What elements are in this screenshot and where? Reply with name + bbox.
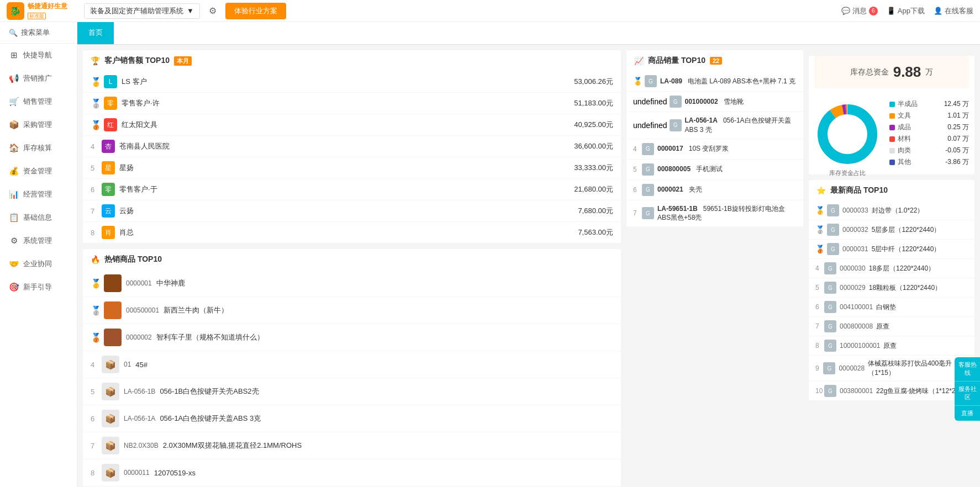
product-info: LA-089 电池盖 LA-089 ABS本色+黑种 7.1 克 [660, 77, 797, 86]
customer-amount: 33,333.00元 [574, 163, 613, 173]
sidebar-item-finance[interactable]: 💰资金管理 [0, 160, 77, 183]
product-icon: G [824, 301, 836, 313]
right-panel: 库存总资金 9.88 万 [809, 50, 974, 487]
product-icon: G [645, 75, 657, 87]
sidebar-item-basic[interactable]: 📋基础信息 [0, 206, 77, 229]
product-name: 原查 [876, 322, 889, 331]
legend-item: 半成品 12.45 万 [889, 99, 969, 109]
avatar: 云 [102, 204, 115, 218]
search-menu[interactable]: 🔍 搜索菜单 [0, 22, 77, 44]
list-item: 6 G 004100001 白钢垫 [809, 298, 974, 317]
product-code: 01 [124, 361, 131, 368]
medal-icon: undefined [633, 97, 667, 106]
message-action[interactable]: 💬 消息 6 [841, 6, 878, 16]
medal-icon: undefined [633, 121, 667, 130]
list-item: 9 G 0000028 体械荔枝味苏打饮品400毫升（1*15） [809, 356, 974, 382]
sidebar-item-quick-nav[interactable]: ⊞快捷导航 [0, 44, 77, 67]
product-name: 18颗粒板（1220*2440） [869, 283, 941, 293]
hot-products-section: 🔥 热销商品 TOP10 🥇 0000001 中华神鹿 🥈 000500001 … [83, 249, 621, 487]
rank-number: 5 [91, 164, 102, 172]
sidebar: 🔍 搜索菜单 ⊞快捷导航📢营销推广🛒销售管理📦采购管理🏠库存核算💰资金管理📊经营… [0, 22, 77, 487]
message-icon: 💬 [841, 7, 850, 15]
product-info: 000800005 手机测试 [657, 165, 797, 174]
product-code: 0000033 [842, 207, 868, 214]
sidebar-item-inventory[interactable]: 🏠库存核算 [0, 136, 77, 160]
product-image [104, 329, 122, 346]
legend-item: 材料 0.07 万 [889, 134, 969, 144]
product-name: 2.0X30MM双搓花轴,搓花直径2.1MM/ROHS [163, 441, 302, 451]
customer-amount: 51,183.00元 [574, 98, 613, 108]
latest-products-section: ⭐ 最新商品 TOP10 🥇 G 0000033 封边带（1.0*22） 🥈 G… [809, 180, 974, 401]
cs-hotline-btn[interactable]: 客服热线 [955, 357, 980, 382]
product-code: 000800008 [840, 322, 873, 330]
topbar-middle: 装备及固定资产辅助管理系统 ▼ ⚙ 体验行业方案 [84, 3, 841, 19]
sidebar-icon-marketing: 📢 [9, 73, 19, 83]
trial-button[interactable]: 体验行业方案 [225, 3, 286, 19]
legend-name: 肉类 [898, 146, 945, 155]
sidebar-icon-system: ⚙ [9, 236, 19, 246]
list-item: undefined G LA-056-1A 056-1A白色按键开关盖ABS 3… [626, 112, 803, 139]
list-item: 🥈 G 0000032 5层多层（1220*2440） [809, 220, 974, 240]
product-icon: 📦 [102, 437, 119, 454]
avatar: 杏 [102, 140, 115, 153]
inventory-total-unit: 万 [925, 67, 933, 77]
list-item: 5 📦 LA-056-1B 056-1B白色按键开关壳ABS2壳 [83, 378, 621, 405]
product-code: 0000001 [126, 279, 152, 287]
cs-live-btn[interactable]: 直播 [955, 406, 980, 421]
sidebar-icon-basic: 📋 [9, 213, 19, 223]
sidebar-item-system[interactable]: ⚙系统管理 [0, 229, 77, 252]
sidebar-item-purchase[interactable]: 📦采购管理 [0, 113, 77, 136]
sidebar-item-guide[interactable]: 🎯新手引导 [0, 276, 77, 299]
table-row: 6 零 零售客户·于 21,680.00元 [83, 179, 621, 200]
sidebar-item-corp[interactable]: 🤝企业协同 [0, 252, 77, 276]
legend-dot [889, 102, 895, 107]
tab-home[interactable]: 首页 [77, 22, 114, 44]
brand: 🐉 畅捷通好生意 标准版 [7, 2, 84, 20]
chart-icon: 📈 [634, 56, 644, 65]
sidebar-item-sales[interactable]: 🛒销售管理 [0, 90, 77, 113]
list-item: 🥇 G LA-089 电池盖 LA-089 ABS本色+黑种 7.1 克 [626, 71, 803, 92]
rank-number: 7 [91, 207, 102, 215]
medal-icon: 🥇 [633, 77, 642, 86]
product-sales-header: 📈 商品销量 TOP10 22 [626, 50, 803, 71]
medal-icon: 🥇 [91, 278, 102, 289]
rank-number: 8 [91, 229, 102, 237]
gear-button[interactable]: ⚙ [204, 3, 221, 19]
customer-amount: 40,925.00元 [574, 120, 613, 130]
legend-value: 12.45 万 [944, 99, 969, 109]
product-name: 5层多层（1220*2440） [872, 225, 941, 235]
app-download-action[interactable]: 📱 App下载 [887, 6, 925, 16]
list-item: 🥇 G 0000033 封边带（1.0*22） [809, 201, 974, 220]
online-service-action[interactable]: 👤 在线客服 [934, 6, 973, 16]
product-name: 原查 [883, 341, 897, 351]
rank-number: 7 [815, 322, 824, 330]
legend-value: -0.05 万 [945, 146, 969, 155]
legend-dot [889, 113, 895, 119]
sidebar-icon-corp: 🤝 [9, 259, 19, 269]
sidebar-item-marketing[interactable]: 📢营销推广 [0, 67, 77, 90]
float-customer-service: 客服热线 服务社区 直播 [955, 357, 980, 421]
product-code: 0000030 [840, 264, 866, 272]
sidebar-item-operation[interactable]: 📊经营管理 [0, 183, 77, 206]
customer-name: 星扬 [119, 163, 574, 173]
product-sales-tag: 22 [710, 57, 722, 65]
chevron-down-icon: ▼ [187, 7, 194, 15]
table-row: 4 杏 苍南县人民医院 36,600.00元 [83, 136, 621, 157]
customer-name: 苍南县人民医院 [119, 141, 574, 151]
legend-dot [889, 148, 895, 153]
list-item: 6 G 0000021 夹壳 [626, 180, 803, 200]
rank-number: 4 [91, 142, 102, 151]
system-selector[interactable]: 装备及固定资产辅助管理系统 ▼ [84, 3, 200, 19]
product-name: 056-1A白色按键开关盖ABS 3克 [160, 414, 261, 424]
cs-community-btn[interactable]: 服务社区 [955, 382, 980, 406]
rank-number: 10 [815, 387, 824, 395]
product-sales-title: 商品销量 TOP10 [648, 56, 705, 66]
customer-ranking-header: 🏆 客户销售额 TOP10 本月 [83, 50, 621, 71]
product-info: 0000021 夹壳 [657, 185, 797, 194]
list-item: 🥉 0000002 智利车子里（规格不知道填什么） [83, 324, 621, 351]
rank-number: 6 [91, 415, 102, 423]
product-code: 10000100001 [840, 342, 880, 350]
customer-name: 零售客户·于 [119, 184, 574, 194]
sidebar-icon-sales: 🛒 [9, 97, 19, 107]
sidebar-icon-finance: 💰 [9, 166, 19, 176]
